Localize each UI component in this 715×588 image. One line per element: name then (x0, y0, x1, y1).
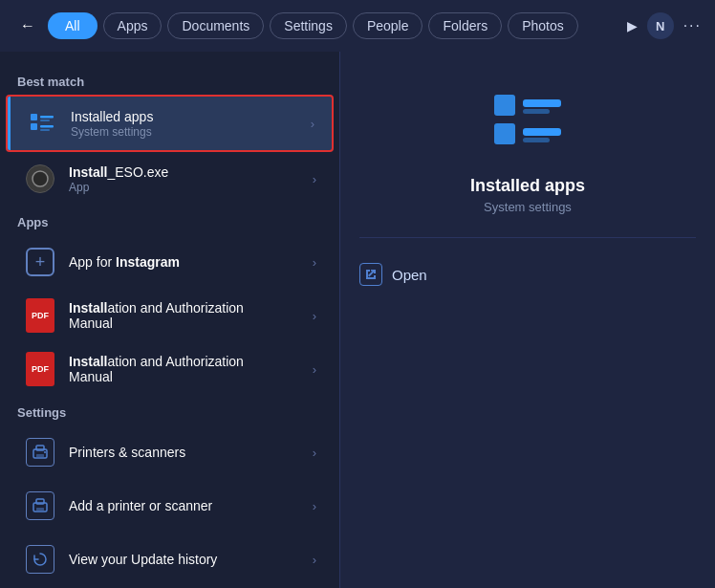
best-match-label: Best match (0, 65, 339, 95)
app-instagram-text: App for Instagram (69, 254, 313, 270)
selected-accent (8, 97, 11, 150)
installation-auth-1-item[interactable]: PDF Installation and AuthorizationManual… (6, 289, 334, 342)
chevron-icon: › (313, 362, 316, 377)
svg-point-6 (32, 171, 48, 186)
tab-all[interactable]: All (48, 12, 98, 39)
install-eso-item[interactable]: Install_ESO.exe App › (6, 152, 334, 206)
right-icon-area (489, 90, 566, 161)
right-panel: Installed apps System settings Open (339, 52, 715, 588)
chevron-icon: › (313, 499, 316, 513)
pdf-icon-1: PDF (23, 298, 57, 333)
top-bar: ← All Apps Documents Settings People Fol… (0, 0, 715, 52)
tab-people[interactable]: People (353, 12, 423, 39)
tab-settings[interactable]: Settings (270, 12, 347, 39)
app-instagram-item[interactable]: + App for Instagram › (6, 235, 334, 289)
svg-point-10 (44, 451, 46, 453)
update-history-text: View your Update history (69, 552, 313, 567)
play-icon: ▶ (627, 18, 638, 33)
installed-apps-title: Installed apps (71, 109, 311, 124)
chevron-icon: › (313, 553, 316, 567)
divider (359, 237, 696, 238)
install-eso-text: Install_ESO.exe App (69, 164, 313, 194)
svg-rect-8 (36, 446, 44, 450)
install-eso-subtitle: App (69, 181, 313, 194)
svg-rect-14 (494, 95, 515, 116)
installation-auth-1-text: Installation and AuthorizationManual (69, 300, 313, 331)
more-button[interactable]: ··· (683, 17, 702, 34)
top-bar-right: ▶ N ··· (627, 12, 702, 39)
printers-scanners-item[interactable]: Printers & scanners › (6, 425, 334, 479)
tab-apps[interactable]: Apps (103, 12, 162, 39)
svg-rect-3 (40, 125, 54, 128)
install-eso-title: Install_ESO.exe (69, 164, 313, 180)
right-subtitle: System settings (484, 200, 572, 214)
svg-rect-18 (523, 109, 550, 114)
svg-rect-19 (523, 138, 550, 142)
svg-rect-13 (36, 508, 44, 511)
svg-rect-9 (36, 454, 44, 457)
update-history-icon (23, 542, 57, 577)
installed-apps-text: Installed apps System settings (71, 109, 311, 139)
printers-scanners-text: Printers & scanners (69, 445, 313, 460)
right-title: Installed apps (470, 176, 585, 196)
installation-auth-1-title: Installation and AuthorizationManual (69, 300, 313, 331)
svg-rect-15 (494, 123, 515, 144)
chevron-icon: › (313, 255, 316, 270)
chevron-icon: › (313, 172, 316, 186)
svg-rect-5 (40, 129, 50, 131)
svg-rect-16 (523, 99, 561, 107)
left-panel: Best match Installed apps System setting… (0, 52, 339, 588)
printers-scanners-title: Printers & scanners (69, 445, 313, 460)
installation-auth-2-item[interactable]: PDF Installation and AuthorizationManual… (6, 342, 334, 396)
svg-rect-0 (31, 114, 37, 120)
chevron-icon: › (311, 117, 314, 131)
main-content: Best match Installed apps System setting… (0, 52, 715, 588)
app-plus-icon: + (23, 245, 57, 279)
printer-icon (23, 435, 57, 469)
svg-rect-4 (40, 120, 50, 121)
add-printer-title: Add a printer or scanner (69, 498, 313, 513)
pdf-icon-2: PDF (23, 352, 57, 386)
installation-auth-2-text: Installation and AuthorizationManual (69, 354, 313, 384)
installation-auth-2-title: Installation and AuthorizationManual (69, 354, 313, 384)
eso-icon (23, 162, 57, 196)
installed-apps-subtitle: System settings (71, 125, 311, 139)
add-printer-text: Add a printer or scanner (69, 498, 313, 513)
tab-documents[interactable]: Documents (167, 12, 264, 39)
best-match-installed-apps[interactable]: Installed apps System settings › (6, 95, 334, 152)
app-instagram-title: App for Instagram (69, 254, 313, 270)
add-printer-item[interactable]: Add a printer or scanner › (6, 479, 334, 533)
tab-photos[interactable]: Photos (508, 12, 578, 39)
add-printer-icon (23, 489, 57, 523)
tab-folders[interactable]: Folders (428, 12, 502, 39)
chevron-icon: › (313, 446, 316, 460)
svg-rect-17 (523, 128, 561, 136)
back-button[interactable]: ← (13, 11, 42, 40)
open-icon (359, 263, 382, 286)
open-label: Open (392, 267, 427, 283)
svg-rect-2 (40, 116, 54, 119)
update-history-title: View your Update history (69, 552, 313, 567)
chevron-icon: › (313, 309, 316, 323)
avatar: N (647, 12, 674, 39)
svg-rect-12 (36, 499, 44, 504)
open-button[interactable]: Open (359, 257, 696, 292)
installed-apps-icon (25, 106, 59, 141)
settings-label: Settings (0, 396, 339, 425)
svg-rect-1 (31, 123, 37, 130)
update-history-item[interactable]: View your Update history › (6, 533, 334, 586)
apps-label: Apps (0, 206, 339, 235)
